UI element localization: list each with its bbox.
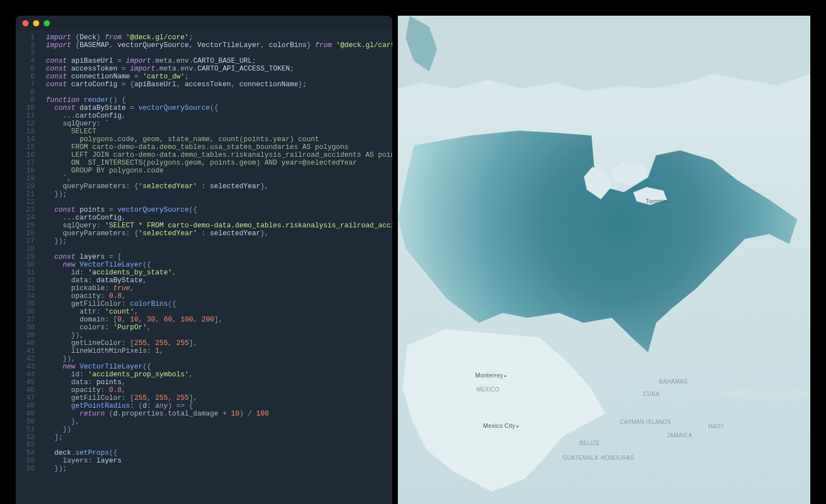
code-editor-pane: 1234567891011121314151617181920212223242…	[16, 16, 392, 504]
label-text: Monterrey	[475, 372, 503, 379]
minimize-icon[interactable]	[33, 20, 39, 26]
code-line[interactable]: deck.setProps({	[46, 449, 388, 457]
country-label-belize: BELIZE	[579, 440, 600, 446]
app-root: 1234567891011121314151617181920212223242…	[0, 0, 826, 504]
code-line[interactable]: const connectionName = 'carto_dw';	[46, 73, 388, 81]
code-line[interactable]: data: points,	[46, 379, 388, 386]
code-line[interactable]	[46, 49, 388, 57]
line-number-gutter: 1234567891011121314151617181920212223242…	[16, 30, 41, 504]
country-label-cuba: CUBA	[643, 391, 660, 397]
country-label-guatemala: GUATEMALA	[563, 455, 598, 461]
code-line[interactable]	[46, 245, 388, 253]
code-content[interactable]: import {Deck} from '@deck.gl/core';impor…	[41, 30, 392, 504]
code-line[interactable]: import {BASEMAP, vectorQuerySource, Vect…	[46, 41, 388, 49]
code-line[interactable]: const layers = [	[46, 253, 388, 261]
country-label-jamaica: JAMAICA	[667, 432, 692, 438]
code-line[interactable]	[46, 88, 388, 96]
code-line[interactable]	[46, 198, 388, 206]
code-line[interactable]: domain: [0, 10, 30, 60, 100, 200],	[46, 316, 388, 324]
code-line[interactable]: LEFT JOIN carto-demo-data.demo_tables.ri…	[46, 151, 388, 159]
map-pane[interactable]: Toronto Monterrey Mexico City MEXICO CUB…	[398, 16, 810, 504]
code-line[interactable]: const cartoConfig = {apiBaseUrl, accessT…	[46, 81, 388, 88]
code-line[interactable]: const points = vectorQuerySource({	[46, 206, 388, 214]
code-line[interactable]: polygons.code, geom, state_name, count(p…	[46, 136, 388, 143]
code-line[interactable]: new VectorTileLayer({	[46, 261, 388, 269]
city-dot-icon	[517, 426, 518, 427]
code-line[interactable]: GROUP BY polygons.code	[46, 167, 388, 175]
code-line[interactable]: const apiBaseUrl = import.meta.env.CARTO…	[46, 57, 388, 65]
country-label-cayman: CAYMAN ISLANDS	[620, 419, 671, 425]
code-line[interactable]: const accessToken = import.meta.env.CART…	[46, 65, 388, 73]
code-line[interactable]: ...cartoConfig,	[46, 112, 388, 120]
code-line[interactable]: },	[46, 418, 388, 426]
code-line[interactable]: id: 'accidents_prop_symbols',	[46, 371, 388, 379]
zoom-icon[interactable]	[44, 20, 50, 26]
code-line[interactable]: });	[46, 465, 388, 473]
code-line[interactable]: opacity: 0.8,	[46, 292, 388, 300]
code-line[interactable]: getFillColor: colorBins({	[46, 300, 388, 308]
country-label-bahamas: BAHAMAS	[659, 379, 688, 385]
close-icon[interactable]	[22, 20, 29, 26]
code-line[interactable]: ON ST_INTERSECTS(polygons.geom, points.g…	[46, 159, 388, 167]
country-label-honduras: HONDURAS	[601, 455, 634, 461]
code-line[interactable]: opacity: 0.8,	[46, 386, 388, 394]
code-line[interactable]: sqlQuery: 'SELECT * FROM carto-demo-data…	[46, 222, 388, 230]
city-dot-icon	[504, 375, 506, 377]
city-label-mexico-city: Mexico City	[483, 422, 518, 429]
code-line[interactable]: colors: 'PurpOr',	[46, 324, 388, 332]
label-text: Mexico City	[483, 422, 516, 429]
code-line[interactable]: const dataByState = vectorQuerySource({	[46, 104, 388, 112]
code-line[interactable]: getFillColor: [255, 255, 255],	[46, 394, 388, 402]
code-line[interactable]: pickable: true,	[46, 284, 388, 292]
code-line[interactable]: lineWidthMinPixels: 1,	[46, 347, 388, 355]
code-line[interactable]: queryParameters: {'selectedYear' : selec…	[46, 230, 388, 237]
code-line[interactable]: new VectorTileLayer({	[46, 363, 388, 371]
code-line[interactable]: SELECT	[46, 128, 388, 136]
country-label-haiti: HAITI	[708, 423, 723, 430]
window-titlebar	[16, 16, 392, 30]
code-area[interactable]: 1234567891011121314151617181920212223242…	[16, 30, 392, 504]
code-line[interactable]: });	[46, 190, 388, 198]
code-line[interactable]: attr: 'count',	[46, 308, 388, 316]
code-line[interactable]: sqlQuery: `	[46, 120, 388, 128]
code-line[interactable]: }),	[46, 355, 388, 363]
code-line[interactable]: })	[46, 426, 388, 433]
code-line[interactable]: getPointRadius: (d: any) => {	[46, 402, 388, 410]
code-line[interactable]: getLineColor: [255, 255, 255],	[46, 339, 388, 347]
code-line[interactable]: `,	[46, 175, 388, 183]
city-label-toronto: Toronto	[646, 198, 669, 204]
country-label-mexico: MEXICO	[476, 386, 499, 393]
code-line[interactable]: ...cartoConfig,	[46, 214, 388, 222]
code-line[interactable]: import {Deck} from '@deck.gl/core';	[46, 34, 388, 41]
code-line[interactable]: data: dataByState,	[46, 277, 388, 284]
city-dot-icon	[667, 201, 669, 203]
code-line[interactable]: layers: layers	[46, 457, 388, 465]
code-line[interactable]: function render() {	[46, 96, 388, 104]
code-line[interactable]	[46, 441, 388, 449]
code-line[interactable]: }),	[46, 332, 388, 339]
city-label-monterrey: Monterrey	[475, 372, 506, 379]
code-line[interactable]: queryParameters: {'selectedYear' : selec…	[46, 183, 388, 190]
code-line[interactable]: FROM carto-demo-data.demo_tables.usa_sta…	[46, 143, 388, 151]
code-line[interactable]: return (d.properties.total_damage + 10) …	[46, 410, 388, 418]
code-line[interactable]: });	[46, 237, 388, 245]
label-text: Toronto	[646, 198, 666, 204]
code-line[interactable]: ];	[46, 433, 388, 441]
code-line[interactable]: id: 'accidents_by_state',	[46, 269, 388, 277]
